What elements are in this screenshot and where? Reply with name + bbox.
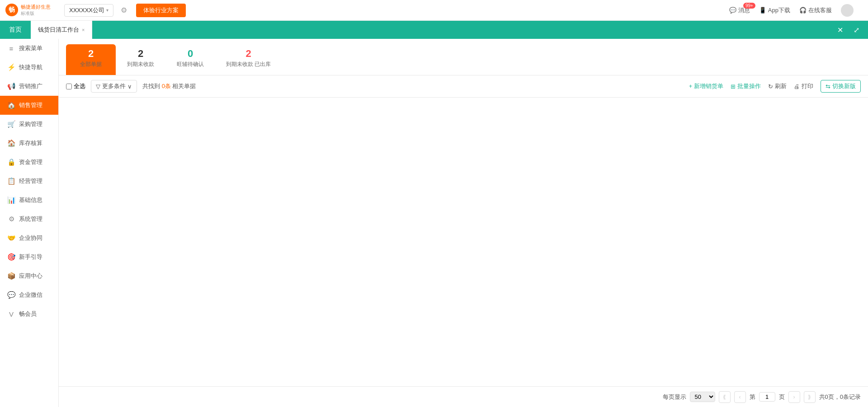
per-page-label: 每页显示 (663, 393, 686, 401)
print-icon: 🖨 (794, 83, 800, 90)
sidebar-item-apps[interactable]: 📦 应用中心 (0, 267, 58, 285)
print-label: 打印 (802, 82, 813, 90)
sidebar-item-inventory[interactable]: 🏠 库存核算 (0, 134, 58, 153)
sidebar-item-guide[interactable]: 🎯 新手引导 (0, 248, 58, 267)
switch-label: 切换新版 (832, 82, 856, 90)
sidebar-label-wechat: 企业微信 (19, 291, 42, 299)
logo-area: 畅 畅捷通好生意 标准版 (5, 4, 64, 16)
tab-bar-actions: ✕ ⤢ (834, 23, 868, 36)
chevron-down-icon: ∨ (127, 83, 132, 90)
tab-close-icon[interactable]: × (82, 27, 85, 33)
sidebar-item-system[interactable]: ⚙ 系统管理 (0, 210, 58, 229)
messages-badge: 99+ (743, 3, 755, 9)
member-icon: V (7, 310, 15, 318)
sidebar-item-operation[interactable]: 📋 经营管理 (0, 172, 58, 191)
sidebar-item-basic-info[interactable]: 📊 基础信息 (0, 191, 58, 210)
stat-label-2: 旺辅待确认 (177, 61, 204, 68)
prev-page-button[interactable]: ‹ (734, 391, 746, 403)
last-page-button[interactable]: ⟫ (804, 391, 816, 403)
sidebar-item-quick-nav[interactable]: ⚡ 快捷导航 (0, 58, 58, 77)
operation-icon: 📋 (7, 177, 15, 185)
sidebar-item-sales[interactable]: 🏠 销售管理 (0, 96, 58, 115)
sidebar-item-finance[interactable]: 🔒 资金管理 (0, 153, 58, 172)
sidebar-item-member[interactable]: V 畅会员 (0, 304, 58, 323)
select-all-checkbox[interactable]: 全选 (66, 82, 85, 90)
online-service-button[interactable]: 🎧 在线客服 (799, 6, 832, 14)
batch-ops-button[interactable]: ⊞ 批量操作 (731, 82, 761, 90)
filter-button[interactable]: ▽ 更多条件 ∨ (91, 80, 137, 93)
first-page-button[interactable]: ⟪ (719, 391, 731, 403)
download-icon: 📱 (759, 7, 766, 14)
batch-icon: ⊞ (731, 83, 736, 90)
stat-tab-2[interactable]: 0 旺辅待确认 (165, 44, 215, 75)
app-badge: 标准版 (21, 10, 51, 17)
enterprise-icon: 🤝 (7, 234, 15, 242)
company-selector[interactable]: XXXXXX公司 ▾ (64, 4, 113, 17)
stat-label-3: 到期未收款 已出库 (226, 61, 271, 68)
stats-tabs: 2 全部单据 2 到期未收款 0 旺辅待确认 2 到期未收款 已出库 (59, 39, 868, 75)
message-icon: 💬 (729, 7, 736, 14)
refresh-button[interactable]: ↻ 刷新 (768, 82, 787, 90)
filter-icon: ▽ (96, 83, 100, 90)
app-logo: 畅 (5, 4, 18, 16)
tab-close-window-icon[interactable]: ✕ (834, 23, 846, 36)
sidebar-item-marketing[interactable]: 📢 营销推广 (0, 77, 58, 96)
stat-tab-0[interactable]: 2 全部单据 (66, 44, 116, 75)
sidebar-label-operation: 经营管理 (19, 177, 42, 185)
stat-tab-1[interactable]: 2 到期未收款 (116, 44, 165, 75)
sidebar: ≡ 搜索菜单 ⚡ 快捷导航 📢 营销推广 🏠 销售管理 🛒 采购管理 🏠 库存核… (0, 39, 59, 407)
system-icon: ⚙ (7, 215, 15, 223)
stat-num-1: 2 (138, 48, 143, 60)
tab-active[interactable]: 钱货日清工作台 × (31, 21, 92, 39)
pagination-bar: 每页显示 102050100 ⟪ ‹ 第 1 页 › ⟫ 共0页，0条记录 (59, 386, 868, 407)
header-right: 💬 消息 99+ 📱 App下载 🎧 在线客服 (729, 4, 863, 17)
select-all-input[interactable] (66, 84, 72, 89)
tab-bar: 首页 钱货日清工作台 × ✕ ⤢ (0, 21, 868, 39)
page-input[interactable]: 1 (759, 392, 775, 402)
next-page-button[interactable]: › (788, 391, 800, 403)
page-label: 第 (750, 393, 755, 401)
refresh-label: 刷新 (775, 82, 787, 90)
search-menu-icon: ≡ (7, 45, 15, 52)
sidebar-label-search-menu: 搜索菜单 (19, 44, 42, 52)
app-download-label: App下载 (768, 6, 790, 14)
refresh-icon: ↻ (768, 83, 773, 90)
sidebar-label-member: 畅会员 (19, 310, 37, 318)
print-button[interactable]: 🖨 打印 (794, 82, 813, 90)
chevron-down-icon: ▾ (106, 8, 108, 13)
total-info: 共0页，0条记录 (819, 393, 861, 401)
switch-version-button[interactable]: ⇆ 切换新版 (821, 80, 861, 93)
toolbar: 全选 ▽ 更多条件 ∨ 共找到 0条 相关单据 + 新增销货单 ⊞ 批量操作 ↻ (59, 75, 868, 98)
tab-label: 钱货日清工作台 (38, 26, 79, 34)
sales-icon: 🏠 (7, 101, 15, 109)
sidebar-item-search-menu[interactable]: ≡ 搜索菜单 (0, 39, 58, 58)
stat-num-2: 0 (188, 48, 193, 60)
table-area (59, 98, 868, 386)
service-icon: 🎧 (799, 7, 807, 14)
sidebar-item-wechat[interactable]: 💬 企业微信 (0, 285, 58, 304)
sidebar-label-marketing: 营销推广 (19, 82, 42, 90)
content-area: 2 全部单据 2 到期未收款 0 旺辅待确认 2 到期未收款 已出库 全选 ▽ … (59, 39, 868, 407)
sidebar-item-enterprise[interactable]: 🤝 企业协同 (0, 229, 58, 248)
quick-nav-icon: ⚡ (7, 63, 15, 71)
sidebar-label-apps: 应用中心 (19, 272, 42, 280)
sidebar-label-purchase: 采购管理 (19, 120, 42, 128)
switch-icon: ⇆ (826, 83, 830, 90)
stat-tab-3[interactable]: 2 到期未收款 已出库 (215, 44, 282, 75)
select-all-label: 全选 (74, 82, 85, 90)
experience-button[interactable]: 体验行业方案 (136, 4, 186, 17)
per-page-select[interactable]: 102050100 (690, 392, 715, 402)
sidebar-item-purchase[interactable]: 🛒 采购管理 (0, 115, 58, 134)
sidebar-label-basic-info: 基础信息 (19, 196, 42, 204)
toolbar-right: + 新增销货单 ⊞ 批量操作 ↻ 刷新 🖨 打印 ⇆ 切换新版 (689, 80, 861, 93)
stat-num-0: 2 (88, 48, 94, 60)
new-sale-button[interactable]: + 新增销货单 (689, 82, 723, 90)
app-download-button[interactable]: 📱 App下载 (759, 6, 790, 14)
settings-button[interactable]: ⚙ (117, 4, 131, 17)
found-count: 0条 (162, 83, 171, 89)
tab-expand-icon[interactable]: ⤢ (850, 23, 863, 36)
messages-button[interactable]: 💬 消息 99+ (729, 6, 750, 14)
tab-home[interactable]: 首页 (0, 21, 31, 39)
sidebar-label-enterprise: 企业协同 (19, 234, 42, 242)
avatar[interactable] (841, 4, 854, 17)
